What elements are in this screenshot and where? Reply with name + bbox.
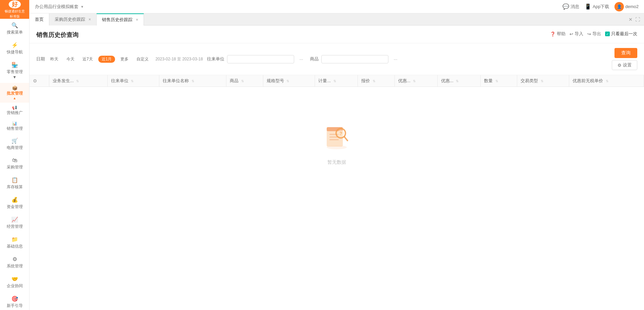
- date-filter-label: 日期: [36, 56, 45, 62]
- empty-illustration: ?: [320, 120, 354, 154]
- topbar-right: 💬 消息 📱 App下载 👤 demo2: [562, 2, 639, 11]
- message-icon: 💬: [562, 3, 569, 10]
- sidebar-item-label-purchase: 采购管理: [7, 164, 23, 170]
- sidebar-item-marketing[interactable]: 📢 营销推广: [0, 103, 29, 118]
- sidebar-item-sales[interactable]: 📊 销售管理: [0, 118, 29, 134]
- user-avatar-button[interactable]: 👤 demo2: [614, 2, 639, 11]
- operations-icon: 📈: [11, 216, 18, 223]
- counterpart-dots-btn[interactable]: ···: [297, 57, 306, 62]
- sidebar-item-label-enterprise: 企业协同: [7, 283, 23, 289]
- counterpart-filter-group: 往来单位 ···: [207, 55, 306, 63]
- sidebar-item-wholesale[interactable]: 📦 批发管理 ▲: [0, 83, 29, 103]
- tab-sales-history[interactable]: 销售历史价跟踪 ×: [97, 13, 144, 25]
- app-download-icon: 📱: [585, 3, 591, 10]
- setting-button[interactable]: ⚙ 设置: [612, 60, 637, 70]
- sidebar-item-label-inventory: 库存核算: [7, 184, 23, 190]
- tab-purchase-close-icon[interactable]: ×: [89, 17, 91, 22]
- sidebar-item-finance[interactable]: 💰 资金管理: [0, 193, 29, 213]
- date-7days-btn[interactable]: 近7天: [80, 56, 96, 63]
- sidebar-item-label-search: 搜索菜单: [7, 30, 23, 35]
- col-spec[interactable]: 规格型号 ⇅: [263, 75, 315, 87]
- sidebar-item-inventory[interactable]: 📋 库存核算: [0, 173, 29, 193]
- sidebar-item-basic-info[interactable]: 📁 基础信息: [0, 233, 29, 253]
- sidebar-item-operations[interactable]: 📈 经营管理: [0, 213, 29, 233]
- export-button[interactable]: ↪ 导出: [587, 31, 601, 37]
- col-unit[interactable]: 计量... ⇅: [315, 75, 358, 87]
- product-dots-btn[interactable]: ···: [391, 57, 400, 62]
- purchase-icon: 🛍: [12, 157, 17, 163]
- empty-svg: ?: [320, 120, 354, 151]
- sidebar-item-label-system: 系统管理: [7, 263, 23, 269]
- col-pretax-price[interactable]: 优惠前无税单价 ⇅: [569, 75, 644, 87]
- col-quote[interactable]: 报价 ⇅: [358, 75, 394, 87]
- avatar: 👤: [614, 2, 624, 11]
- sidebar-item-guide[interactable]: 🎯 新手引导: [0, 292, 29, 310]
- col-counterpart[interactable]: 往来单位 ⇅: [107, 75, 159, 87]
- col-counterpart-name[interactable]: 往来单位名称 ⇅: [159, 75, 226, 87]
- finance-icon: 💰: [11, 197, 18, 203]
- help-button[interactable]: ❓ 帮助: [550, 31, 566, 37]
- sidebar-item-label-marketing: 营销推广: [7, 110, 23, 116]
- topbar-title: 办公用品行业模拟账套: [35, 4, 78, 10]
- product-input[interactable]: [321, 55, 388, 63]
- sidebar-item-label-guide: 新手引导: [7, 303, 23, 309]
- query-button[interactable]: 查询: [614, 48, 637, 58]
- date-today-btn[interactable]: 今天: [64, 56, 77, 63]
- maximize-window-icon[interactable]: ⛶: [635, 17, 640, 22]
- help-label: 帮助: [557, 31, 566, 37]
- col-discount1[interactable]: 优惠... ⇅: [394, 75, 437, 87]
- close-window-icon[interactable]: ✕: [629, 17, 633, 22]
- svg-text:?: ?: [339, 131, 342, 136]
- topbar-dropdown-icon[interactable]: ▾: [81, 4, 83, 9]
- table-gear-icon[interactable]: ⚙: [33, 78, 37, 84]
- tab-home-label: 首页: [35, 16, 44, 22]
- counterpart-input[interactable]: [227, 55, 294, 63]
- setting-icon: ⚙: [618, 63, 622, 68]
- sidebar-item-label-retail: 零售管理: [7, 69, 23, 75]
- sidebar-item-system[interactable]: ⚙ 系统管理: [0, 253, 29, 272]
- col-gear[interactable]: ⚙: [30, 75, 49, 87]
- sidebar: 好 畅捷通好生意 标准版 🔍 搜索菜单 ⚡ 快捷导航 🏪 零售管理 ▼ 📦 批发…: [0, 0, 30, 310]
- message-button[interactable]: 💬 消息: [562, 3, 579, 10]
- date-1month-btn[interactable]: 近1月: [98, 56, 115, 63]
- app-logo: 好 畅捷通好生意 标准版: [0, 0, 29, 19]
- only-last-checkbox-label[interactable]: 只看最后一次: [605, 31, 637, 37]
- export-icon: ↪: [587, 32, 591, 37]
- sidebar-item-retail[interactable]: 🏪 零售管理 ▼: [0, 58, 29, 83]
- col-trade-type-sort-icon: ⇅: [541, 79, 543, 83]
- col-quantity[interactable]: 数量 ⇅: [481, 75, 517, 87]
- col-discount2[interactable]: 优惠... ⇅: [437, 75, 480, 87]
- wholesale-arrow-icon: ▲: [13, 96, 16, 100]
- sidebar-item-quicknav[interactable]: ⚡ 快捷导航: [0, 39, 29, 58]
- svg-line-8: [344, 137, 347, 141]
- col-pretax-price-sort-icon: ⇅: [606, 79, 608, 83]
- sidebar-item-purchase[interactable]: 🛍 采购管理: [0, 154, 29, 173]
- tab-home[interactable]: 首页: [30, 13, 49, 25]
- date-custom-btn[interactable]: 自定义: [134, 56, 151, 63]
- tab-sales-close-icon[interactable]: ×: [136, 17, 138, 22]
- sidebar-item-search[interactable]: 🔍 搜索菜单: [0, 19, 29, 39]
- empty-text: 暂无数据: [327, 159, 346, 165]
- product-filter-group: 商品 ···: [310, 55, 400, 63]
- col-biz-date[interactable]: 业务发生... ⇅: [49, 75, 107, 87]
- tab-purchase-history[interactable]: 采购历史价跟踪 ×: [49, 13, 97, 25]
- date-more-btn[interactable]: 更多: [118, 56, 131, 63]
- col-trade-type[interactable]: 交易类型 ⇅: [517, 75, 569, 87]
- sidebar-item-ecommerce[interactable]: 🛒 电商管理: [0, 134, 29, 154]
- tab-sales-label: 销售历史价跟踪: [102, 17, 132, 23]
- sidebar-item-enterprise[interactable]: 🤝 企业协同: [0, 272, 29, 292]
- sidebar-item-label-ecommerce: 电商管理: [7, 145, 23, 151]
- import-button[interactable]: ↩ 导入: [570, 31, 583, 37]
- main-area: 办公用品行业模拟账套 ▾ 💬 消息 📱 App下载 👤 demo2 首页: [30, 0, 644, 310]
- help-icon: ❓: [550, 32, 555, 37]
- sales-icon: 📊: [12, 121, 17, 126]
- col-product[interactable]: 商品 ⇅: [226, 75, 263, 87]
- basic-info-icon: 📁: [11, 236, 18, 243]
- app-download-button[interactable]: 📱 App下载: [585, 3, 609, 10]
- retail-arrow-icon: ▼: [13, 75, 17, 80]
- top-bar: 办公用品行业模拟账套 ▾ 💬 消息 📱 App下载 👤 demo2: [30, 0, 644, 13]
- date-yesterday-btn[interactable]: 昨天: [48, 56, 61, 63]
- marketing-icon: 📢: [12, 105, 17, 110]
- filter-area: 日期 昨天 今天 近7天 近1月 更多 自定义 2023-02-18 至 202…: [30, 43, 644, 75]
- only-last-checkbox[interactable]: [605, 32, 610, 36]
